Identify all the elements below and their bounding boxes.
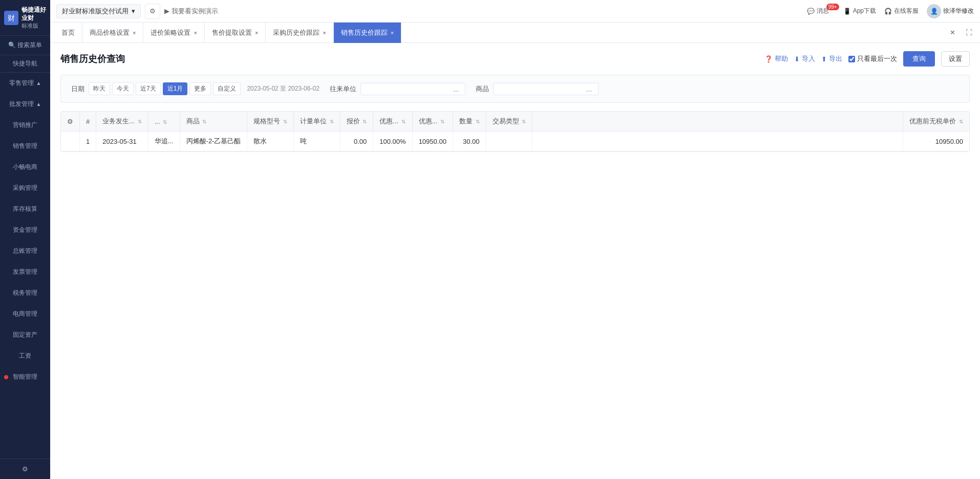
message-button[interactable]: 💬 消息 99+ (807, 7, 835, 15)
th-discount1[interactable]: 优惠... ⇅ (373, 112, 412, 132)
th-more[interactable]: ... ⇅ (148, 112, 180, 132)
td-idx: 1 (80, 132, 96, 151)
date-btn-today[interactable]: 今天 (112, 82, 134, 95)
th-trade-type[interactable]: 交易类型 ⇅ (486, 112, 532, 132)
export-label: 导出 (829, 54, 842, 63)
sidebar-item-purchase[interactable]: 采购管理 (0, 178, 50, 199)
help-link[interactable]: ❓ 帮助 (764, 54, 788, 63)
th-spacer (532, 112, 903, 132)
product-input-wrap[interactable]: ... (493, 83, 599, 95)
th-pre-tax-price-label: 优惠前无税单价 (909, 117, 956, 125)
headset-icon: 🎧 (884, 8, 892, 15)
tab-discount[interactable]: 售价提取设置 × (205, 23, 266, 43)
tab-sales-history[interactable]: 销售历史价跟踪 × (334, 23, 401, 43)
sidebar-item-payroll-label: 工资 (19, 352, 31, 360)
sidebar-item-inventory[interactable]: 库存核算 (0, 199, 50, 220)
tab-home[interactable]: 首页 (54, 23, 82, 43)
th-qty[interactable]: 数量 ⇅ (453, 112, 486, 132)
tab-strategy[interactable]: 进价策略设置 × (143, 23, 204, 43)
sidebar-item-tax[interactable]: 税务管理 (0, 282, 50, 303)
online-service-button[interactable]: 🎧 在线客服 (884, 7, 919, 15)
sort-icon: ⇅ (163, 119, 167, 125)
sidebar-item-retail[interactable]: 零售管理 ▲ (0, 73, 50, 94)
app-download-button[interactable]: 📱 App下载 (843, 7, 876, 15)
product-input[interactable] (498, 85, 584, 93)
logo-text: 畅捷通好业财 (22, 6, 46, 22)
th-price[interactable]: 报价 ⇅ (340, 112, 373, 132)
sidebar-item-invoice[interactable]: 发票管理 (0, 262, 50, 282)
th-product[interactable]: 商品 ⇅ (180, 112, 247, 132)
sidebar-search[interactable]: 🔍 搜索菜单 (0, 36, 50, 55)
tab-close-icon[interactable]: × (255, 30, 258, 36)
message-icon: 💬 (807, 8, 815, 15)
th-product-label: 商品 (186, 117, 200, 125)
sidebar-quicknav[interactable]: 快捷导航 (0, 55, 50, 73)
td-qty: 30.00 (453, 132, 486, 151)
th-trade-type-label: 交易类型 (493, 117, 519, 125)
data-table: ⚙ # 业务发生... ⇅ ... ⇅ (61, 112, 969, 151)
date-btn-custom[interactable]: 自定义 (213, 82, 241, 95)
sidebar-settings-button[interactable]: ⚙ (0, 459, 50, 479)
th-unit-label: 计量单位 (300, 117, 327, 125)
user-menu[interactable]: 👤 徐泽华修改 (927, 4, 974, 18)
import-link[interactable]: ⬇ 导入 (794, 54, 815, 63)
only-last-checkbox[interactable]: 只看最后一次 (848, 54, 897, 63)
th-discount2[interactable]: 优惠... ⇅ (412, 112, 453, 132)
export-link[interactable]: ⬆ 导出 (821, 54, 842, 63)
tab-close-icon[interactable]: × (194, 30, 197, 36)
expand-icon: ⛶ (966, 29, 972, 36)
source-unit-input[interactable] (365, 85, 451, 93)
sidebar-item-ecom[interactable]: 电商管理 (0, 303, 50, 324)
source-unit-input-wrap[interactable]: ... (360, 83, 466, 95)
sidebar-item-ecom-small[interactable]: 小畅电商 (0, 157, 50, 178)
version-selector[interactable]: 好业财标准版交付试用 ▾ (56, 4, 141, 18)
topbar-right: 💬 消息 99+ 📱 App下载 🎧 在线客服 👤 徐泽华修改 (807, 4, 974, 18)
demo-link[interactable]: ▶ 我要看实例演示 (164, 7, 218, 16)
settings-button[interactable]: 设置 (941, 51, 970, 67)
sidebar-item-asset[interactable]: 固定资产 (0, 324, 50, 345)
date-btn-more[interactable]: 更多 (189, 82, 211, 95)
import-label: 导入 (802, 54, 815, 63)
sort-icon: ⇅ (283, 119, 287, 124)
tab-close-icon[interactable]: × (391, 30, 394, 36)
sidebar-item-wholesale[interactable]: 批发管理 ▲ (0, 94, 50, 115)
sidebar-item-sales[interactable]: 销售管理 (0, 136, 50, 157)
th-gear[interactable]: ⚙ (61, 112, 80, 132)
date-btn-last1m[interactable]: 近1月 (163, 82, 188, 95)
th-unit[interactable]: 计量单位 ⇅ (294, 112, 340, 132)
date-btn-last7[interactable]: 近7天 (136, 82, 161, 95)
sidebar-item-smart-label: 智能管理 (13, 373, 37, 381)
sidebar-item-smart[interactable]: 智能管理 (0, 366, 50, 387)
tab-price[interactable]: 商品价格设置 × (82, 23, 143, 43)
only-last-input[interactable] (848, 56, 855, 62)
query-button[interactable]: 查询 (903, 51, 935, 67)
sidebar-item-ecom-label: 电商管理 (13, 310, 37, 318)
tab-price-label: 商品价格设置 (90, 28, 130, 37)
chevron-icon: ▲ (36, 80, 41, 86)
tab-close-icon[interactable]: × (323, 30, 326, 36)
table-row[interactable]: 1 2023-05-31 华追... 丙烯酸-2-乙基己酯 散水 吨 0.00 … (61, 132, 969, 151)
sidebar-item-finance[interactable]: 资金管理 (0, 220, 50, 241)
sidebar-item-payroll[interactable]: 工资 (0, 345, 50, 366)
td-product: 丙烯酸-2-乙基己酯 (180, 132, 247, 151)
sort-icon: ⇅ (363, 119, 367, 124)
sidebar-search-label: 搜索菜单 (17, 41, 42, 49)
sort-icon: ⇅ (476, 119, 480, 124)
tab-close-window-button[interactable]: ✕ (945, 26, 960, 40)
sidebar-item-ledger[interactable]: 总账管理 (0, 241, 50, 262)
sidebar-item-marketing[interactable]: 营销推广 (0, 115, 50, 136)
th-spec[interactable]: 规格型号 ⇅ (247, 112, 294, 132)
sidebar: 财 畅捷通好业财 标准版 🔍 搜索菜单 快捷导航 零售管理 ▲ 批发管理 ▲ 营… (0, 0, 50, 479)
source-unit-dots[interactable]: ... (451, 85, 461, 93)
date-btn-yesterday[interactable]: 昨天 (89, 82, 110, 95)
tab-sales-history-label: 销售历史价跟踪 (341, 28, 388, 37)
tab-expand-button[interactable]: ⛶ (962, 26, 976, 40)
th-biz-date[interactable]: 业务发生... ⇅ (96, 112, 148, 132)
tab-purchase-history[interactable]: 采购历史价跟踪 × (266, 23, 333, 43)
th-pre-tax-price[interactable]: 优惠前无税单价 ⇅ (903, 112, 969, 132)
product-dots[interactable]: ... (584, 85, 594, 93)
topbar-settings-button[interactable]: ⚙ (145, 4, 160, 19)
tab-close-icon[interactable]: × (133, 30, 136, 36)
page-content: 销售历史价查询 ❓ 帮助 ⬇ 导入 ⬆ 导出 (50, 43, 980, 479)
avatar: 👤 (927, 4, 941, 18)
